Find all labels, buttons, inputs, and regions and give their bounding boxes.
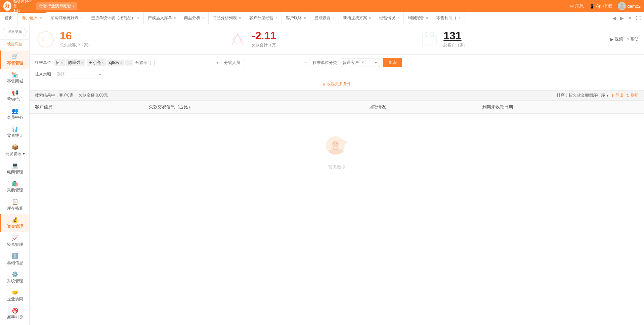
sidebar-item-business-mgmt[interactable]: 📈 经营管理	[0, 232, 29, 250]
stat-value-customers: 16	[60, 30, 92, 41]
tag-close-cjttcw[interactable]: ×	[120, 61, 122, 65]
table-header: 客户信息 欠款交易信息（占比） 回款情况 到期未收款日期	[30, 101, 644, 114]
sidebar-item-basic-info[interactable]: ℹ️ 基础信息	[0, 250, 29, 268]
retail-stats-icon: 📊	[2, 126, 28, 132]
tab-retail-profit[interactable]: 零售利润（ ×	[432, 12, 465, 24]
close-icon[interactable]: ×	[275, 16, 277, 20]
tab-product-analysis-list[interactable]: 商品分析列表 ×	[209, 12, 245, 24]
query-button[interactable]: 查询	[383, 58, 402, 67]
customers-icon: ¥	[36, 30, 55, 49]
close-all-tabs-btn[interactable]: ✕	[627, 15, 633, 22]
amount-icon	[228, 30, 247, 49]
close-icon[interactable]: ×	[40, 16, 42, 20]
close-icon[interactable]: ×	[202, 16, 204, 20]
expand-tabs-btn[interactable]: ⛶	[635, 15, 642, 22]
close-icon[interactable]: ×	[459, 16, 461, 20]
sidebar-item-app-center[interactable]: 📱 应用中心	[0, 323, 29, 325]
tab-customer-contact[interactable]: 客户联络 ×	[282, 12, 310, 24]
sidebar-item-wholesale-mgmt[interactable]: 📦 批发管理 ▾	[0, 141, 29, 159]
close-icon[interactable]: ×	[333, 16, 335, 20]
close-icon[interactable]: ×	[137, 16, 139, 20]
export-btn[interactable]: ⬇ 导出	[611, 93, 624, 98]
collapse-btn[interactable]: ∧ 收起更多条件	[323, 81, 351, 87]
refresh-btn[interactable]: ↻ 刷新	[626, 93, 639, 98]
sidebar-item-capital-mgmt[interactable]: 💰 资金管理	[0, 214, 29, 232]
svg-rect-5	[425, 32, 428, 37]
filter-tag-more[interactable]: ...	[125, 60, 133, 66]
svg-rect-6	[431, 32, 433, 37]
retail-mall-icon: 🏪	[2, 71, 28, 78]
empty-label: 暂无数据	[328, 164, 346, 170]
balance-select[interactable]: 选择... ▾	[54, 70, 104, 78]
close-icon[interactable]: ×	[397, 16, 399, 20]
chevron-down-icon: ▾	[375, 60, 377, 65]
filter-row-1: 往来单位 伍 × 陈民强 × 王小亮 × cjttcw	[35, 58, 639, 67]
sidebar-item-system-mgmt[interactable]: ⚙️ 系统管理	[0, 268, 29, 287]
sidebar-item-member-center[interactable]: 👥 会员中心	[0, 105, 29, 123]
close-icon[interactable]: ×	[81, 16, 83, 20]
top-bar-right: ✉ 消息 📱 App下载 demo2	[570, 2, 641, 10]
tab-product-analysis[interactable]: 商品分析 ×	[180, 12, 209, 24]
close-icon[interactable]: ×	[369, 16, 371, 20]
sidebar-item-retail-mgmt[interactable]: 🛒 零售管理	[0, 50, 29, 69]
dept-select[interactable]: ··· ▾	[154, 59, 221, 66]
sidebar-item-retail-stats[interactable]: 📊 零售统计	[0, 123, 29, 141]
sidebar-item-new-guide[interactable]: 🎯 新手引导	[0, 305, 29, 323]
member-center-icon: 👥	[2, 108, 28, 114]
close-icon[interactable]: ×	[174, 16, 176, 20]
tab-add-solution[interactable]: 新增提成方案 ×	[339, 12, 376, 24]
app-download-btn[interactable]: 📱 App下载	[589, 3, 612, 9]
sidebar-item-inventory-check[interactable]: 📋 库存核算	[0, 196, 29, 214]
unit-type-close[interactable]: ×	[361, 60, 364, 65]
sidebar-item-marketing[interactable]: 📢 营销推广	[0, 87, 29, 105]
tag-close-chen[interactable]: ×	[81, 61, 83, 65]
tab-customer-book[interactable]: 客户账本 ×	[18, 12, 46, 24]
balance-label: 往来余额	[35, 71, 51, 77]
video-btn[interactable]: ▶ 视频	[610, 36, 623, 42]
close-icon[interactable]: ×	[239, 16, 241, 20]
sidebar-item-ecommerce-mgmt[interactable]: 💻 电商管理	[0, 159, 29, 178]
tab-home[interactable]: 首页	[0, 12, 18, 24]
sort-select[interactable]: 排序：按欠款金额倒序排序 ▾	[557, 93, 608, 98]
filter-row-collapse: ∧ 收起更多条件	[35, 81, 639, 87]
stat-value-amount: -2.11	[252, 30, 280, 41]
stat-block-total-customers: 131 总客户（家）	[413, 24, 605, 54]
sidebar-item-purchase-mgmt[interactable]: 🛍️ 采购管理	[0, 178, 29, 196]
system-mgmt-icon: ⚙️	[2, 271, 28, 278]
user-area[interactable]: demo2	[618, 2, 641, 10]
chevron-down-icon: ▾	[99, 72, 101, 77]
filter-tag-cjttcw: cjttcw ×	[107, 60, 124, 66]
person-select[interactable]: ···	[243, 59, 310, 66]
stats-header: ¥ 16 总欠款客户（家） -2.11 欠款合计（万）	[30, 24, 644, 55]
close-icon[interactable]: ×	[304, 16, 306, 20]
business-mgmt-icon: 📈	[2, 235, 28, 241]
tag-close-wang[interactable]: ×	[102, 61, 104, 65]
next-tab-btn[interactable]: ▶	[619, 15, 625, 22]
filter-row-2: 往来余额 选择... ▾	[35, 70, 639, 78]
stats-header-right: ▶ 视频 ? 帮助	[605, 24, 644, 54]
chevron-down-icon: ▾	[216, 60, 218, 65]
logo-text: 畅捷通好生意 标版	[13, 0, 33, 13]
tag-close-wu[interactable]: ×	[61, 61, 63, 65]
sidebar-search-btn[interactable]: 搜索菜单	[3, 28, 27, 36]
tab-inbound-stats[interactable]: 进货单统计表（按商品） ×	[87, 12, 144, 24]
result-actions: 排序：按欠款金额倒序排序 ▾ ⬇ 导出 ↻ 刷新	[557, 93, 639, 98]
prev-tab-btn[interactable]: ◀	[611, 15, 617, 22]
unit-type-select[interactable]: 普通客户 × ▾	[340, 59, 380, 67]
tab-product-inbound[interactable]: 产成品入库单 ×	[144, 12, 180, 24]
tab-purchase-order-stats[interactable]: 采购订单统计表 ×	[46, 12, 87, 24]
account-selector[interactable]: 母婴行业演示账套 ▾	[36, 2, 77, 10]
sidebar-item-retail-mall[interactable]: 🏪 零售商城	[0, 69, 29, 87]
close-icon[interactable]: ×	[426, 16, 428, 20]
help-btn[interactable]: ? 帮助	[627, 36, 639, 42]
stat-value-total: 131	[443, 30, 468, 41]
sidebar-fast-nav[interactable]: 快捷导航	[0, 40, 29, 49]
stat-label-amount: 欠款合计（万）	[252, 42, 280, 48]
tab-reminder-settings[interactable]: 提成设置 ×	[310, 12, 339, 24]
sidebar-item-enterprise-collab[interactable]: 🤝 企业协同	[0, 287, 29, 305]
message-btn[interactable]: ✉ 消息	[570, 3, 584, 9]
tab-customer-layer[interactable]: 客户分层经营 ×	[245, 12, 282, 24]
sort-label: 排序：按欠款金额倒序排序	[557, 93, 605, 98]
tab-business-status[interactable]: 经营情况 ×	[375, 12, 404, 24]
tab-profit-report[interactable]: 利润报告 ×	[404, 12, 432, 24]
